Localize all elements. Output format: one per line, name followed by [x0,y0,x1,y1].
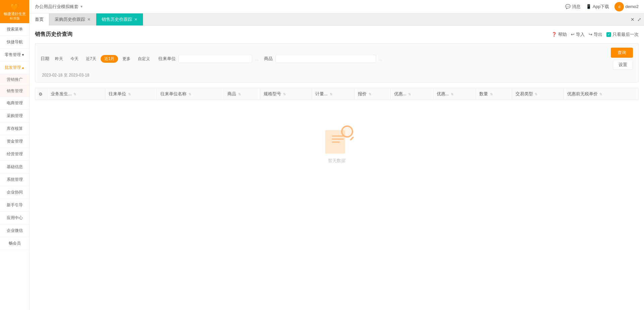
sidebar-item-operations[interactable]: 经营管理 [0,148,29,161]
sidebar-item-sales-mgmt[interactable]: 销售管理 [0,86,29,97]
table-col-discount2[interactable]: 优惠... ⇅ [433,88,476,100]
date-btn-custom[interactable]: 自定义 [135,55,153,63]
table-col-product[interactable]: 商品 ⇅ [224,88,260,100]
date-btn-yesterday[interactable]: 昨天 [52,55,66,63]
message-label: 消息 [572,4,581,10]
sidebar-item-app-center[interactable]: 应用中心 [0,212,29,224]
only-last-toggle[interactable]: ✓ 只看最后一次 [606,32,639,38]
table-col-partner-code[interactable]: 往来单位 ⇅ [105,88,157,100]
table-col-partner-name[interactable]: 往来单位名称 ⇅ [157,88,224,100]
date-label: 日期 [41,56,49,62]
guide-label: 新手引导 [1,202,28,208]
discount2-label: 优惠... [437,91,449,96]
date-filter: 日期 昨天 今天 近7天 近1月 更多 自定义 [41,55,153,63]
setting-btn[interactable]: 设置 [613,60,633,70]
maximize-btn[interactable]: ⤢ [637,17,641,22]
sidebar-item-enterprise-coop[interactable]: 企业协同 [0,186,29,199]
basic-info-label: 基础信息 [1,164,28,170]
sidebar-item-purchase[interactable]: 采购管理 [0,110,29,122]
magnifier-icon [341,125,353,138]
tab-sales-close-icon[interactable]: ✕ [134,17,138,22]
date-btn-last1m[interactable]: 近1月 [101,55,118,63]
sidebar-item-marketing[interactable]: 营销推广 [0,74,29,86]
partner-input[interactable] [178,55,252,63]
app-download-btn[interactable]: 📱 App下载 [586,4,609,10]
date-btn-more[interactable]: 更多 [119,55,133,63]
table-col-pre-tax-price[interactable]: 优惠前无税单价 ⇅ [564,88,638,100]
sort-icon: ⇅ [238,92,241,96]
sidebar-item-search[interactable]: 搜索菜单 [0,23,29,36]
partner-code-label: 往来单位 [109,91,126,96]
app-center-label: 应用中心 [1,215,28,221]
sidebar-item-inventory[interactable]: 库存核算 [0,122,29,135]
quantity-label: 数量 [479,91,488,96]
tab-sales-history[interactable]: 销售历史价跟踪 ✕ [96,13,143,25]
sort-icon: ⇅ [599,92,602,96]
table-col-spec[interactable]: 规格型号 ⇅ [260,88,312,100]
partner-filter: 往来单位 ... [158,55,259,63]
top-bar: 办公用品行业模拟账套 ▼ 💬 消息 📱 App下载 d demo2 [30,0,644,13]
table-col-settings[interactable]: ⚙ [35,88,47,100]
shortcut-label: 快捷导航 [1,39,28,45]
sidebar-item-shortcut[interactable]: 快捷导航 [0,36,29,49]
sort-icon: ⇅ [73,92,76,96]
tab-sales-label: 销售历史价跟踪 [102,16,132,22]
spec-label: 规格型号 [264,91,281,96]
sort-icon: ⇅ [535,92,537,96]
tab-purchase-close-icon[interactable]: ✕ [87,17,91,22]
app-selector-label: 办公用品行业模拟账套 [35,4,78,10]
sort-icon: ⇅ [408,92,411,96]
date-btn-last7[interactable]: 近7天 [83,55,99,63]
help-btn[interactable]: ❓ 帮助 [551,32,567,38]
sidebar-item-ecommerce[interactable]: 电商管理 [0,97,29,110]
user-menu[interactable]: d demo2 [614,2,639,11]
query-btn[interactable]: 查询 [611,48,633,58]
discount1-label: 优惠... [394,91,407,96]
product-input[interactable] [275,55,376,63]
help-icon: ❓ [551,32,557,37]
empty-text: 暂无数据 [328,158,345,164]
partner-input-ellipsis: ... [255,56,259,61]
table-col-quoted-price[interactable]: 报价 ⇅ [355,88,391,100]
export-btn[interactable]: ↪ 导出 [589,32,602,38]
message-btn[interactable]: 💬 消息 [565,4,581,10]
sidebar-item-enterprise-wechat[interactable]: 企业微信 [0,224,29,237]
filter-area: 日期 昨天 今天 近7天 近1月 更多 自定义 往来单位 ... [35,43,639,83]
ecommerce-label: 电商管理 [1,100,28,106]
search-label: 搜索菜单 [1,27,28,32]
date-btn-today[interactable]: 今天 [67,55,82,63]
sort-icon: ⇅ [451,92,453,96]
sidebar-item-retail[interactable]: 零售管理 ▼ [0,49,29,61]
table-col-discount1[interactable]: 优惠... ⇅ [390,88,433,100]
chevron-down-icon: ▼ [80,5,83,8]
table-col-trade-type[interactable]: 交易类型 ⇅ [512,88,564,100]
only-last-checkbox[interactable]: ✓ [606,32,611,37]
tab-home[interactable]: 首页 [30,13,49,25]
export-icon: ↪ [589,32,592,37]
product-filter: 商品 ... [264,55,382,63]
content: 销售历史价查询 ❓ 帮助 ↩ 导入 ↪ 导出 ✓ 只看最后一次 [30,25,644,310]
sidebar-item-system[interactable]: 系统管理 [0,173,29,186]
sidebar-item-wholesale[interactable]: 批发管理 ▲ [0,61,29,74]
sidebar-item-guide[interactable]: 新手引导 [0,199,29,212]
marketing-label: 营销推广 [1,77,28,83]
filter-second-row: 2023-02-18 至 2023-03-18 [41,72,633,78]
page-actions: ❓ 帮助 ↩ 导入 ↪ 导出 ✓ 只看最后一次 [551,32,639,38]
table-col-quantity[interactable]: 数量 ⇅ [476,88,512,100]
sidebar-item-member[interactable]: 畅会员 [0,237,29,250]
app-selector[interactable]: 办公用品行业模拟账套 ▼ [35,4,83,10]
tab-purchase-label: 采购历史价跟踪 [55,16,85,22]
sidebar: 🧡 畅捷通好生意 标准版 搜索菜单 快捷导航 零售管理 ▼ 批发管理 ▲ 营销推… [0,0,30,310]
pre-tax-price-label: 优惠前无税单价 [567,91,598,96]
table-col-biz-date[interactable]: 业务发生... ⇅ [47,88,105,100]
table-col-unit[interactable]: 计量... ⇅ [312,88,355,100]
tab-purchase-history[interactable]: 采购历史价跟踪 ✕ [49,13,96,25]
import-label: 导入 [576,32,585,38]
download-icon: 📱 [586,4,591,9]
empty-state: 暂无数据 [35,100,639,191]
trade-type-label: 交易类型 [516,91,533,96]
close-all-tabs-btn[interactable]: ✕ [631,17,635,22]
sidebar-item-finance[interactable]: 资金管理 [0,135,29,148]
sidebar-item-basic-info[interactable]: 基础信息 [0,161,29,173]
import-btn[interactable]: ↩ 导入 [571,32,585,38]
